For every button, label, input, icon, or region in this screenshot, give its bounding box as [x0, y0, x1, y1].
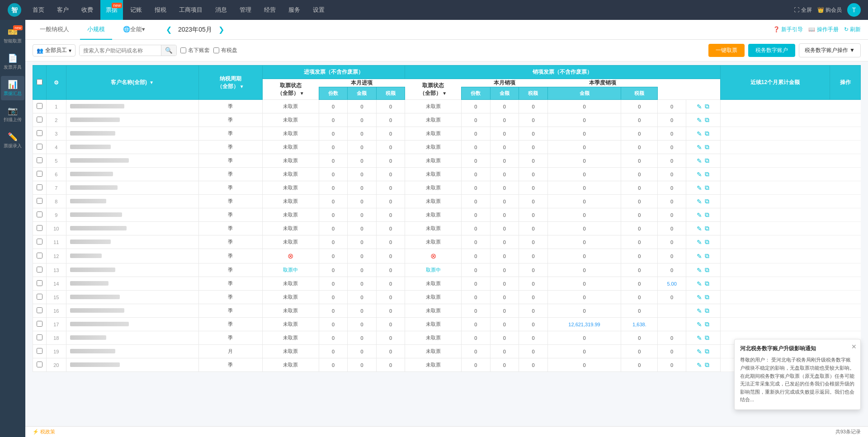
- fullscreen-btn[interactable]: ⛶ 全屏: [794, 6, 811, 14]
- notification-close-btn[interactable]: ✕: [851, 343, 857, 350]
- tab-small-scale[interactable]: 小规模: [80, 20, 112, 40]
- row-checkbox[interactable]: [37, 334, 42, 340]
- edit-action-btn[interactable]: ✎: [697, 184, 702, 192]
- tab-all-capable[interactable]: 🌐 全能 ▾: [116, 20, 152, 40]
- row-checkbox[interactable]: [37, 239, 42, 244]
- select-all-checkbox[interactable]: [37, 79, 42, 85]
- copy-action-btn[interactable]: ⧉: [705, 334, 709, 342]
- nav-operation[interactable]: 经营: [259, 0, 281, 20]
- nav-accounting[interactable]: 记账: [125, 0, 147, 20]
- row-checkbox[interactable]: [37, 144, 42, 150]
- tax-digital-account-btn[interactable]: 税务数字账户: [748, 44, 795, 57]
- row-checkbox[interactable]: [37, 117, 42, 122]
- copy-action-btn[interactable]: ⧉: [705, 143, 709, 151]
- edit-action-btn[interactable]: ✎: [697, 144, 702, 151]
- copy-action-btn[interactable]: ⧉: [705, 361, 709, 369]
- tab-general-taxpayer[interactable]: 一般纳税人: [33, 20, 76, 40]
- edit-action-btn[interactable]: ✎: [697, 130, 702, 137]
- edit-action-btn[interactable]: ✎: [697, 334, 702, 342]
- edit-action-btn[interactable]: ✎: [697, 348, 702, 355]
- row-checkbox[interactable]: [37, 321, 42, 327]
- row-checkbox[interactable]: [37, 184, 42, 190]
- nav-settings[interactable]: 设置: [307, 0, 330, 20]
- prev-period-btn[interactable]: ❮: [163, 24, 175, 35]
- copy-action-btn[interactable]: ⧉: [705, 225, 709, 232]
- row-checkbox[interactable]: [37, 348, 42, 354]
- edit-action-btn[interactable]: ✎: [697, 157, 702, 164]
- header-client-name[interactable]: 客户名称(全部) ▼: [66, 66, 198, 100]
- copy-action-btn[interactable]: ⧉: [705, 184, 709, 192]
- search-button[interactable]: 🔍: [161, 45, 176, 56]
- row-checkbox[interactable]: [37, 130, 42, 136]
- copy-action-btn[interactable]: ⧉: [705, 211, 709, 219]
- under-account-checkbox[interactable]: [180, 47, 186, 53]
- edit-action-btn[interactable]: ✎: [697, 211, 702, 219]
- edit-action-btn[interactable]: ✎: [697, 294, 702, 301]
- employee-select[interactable]: 👥 全部员工 ▾: [33, 44, 75, 56]
- nav-business[interactable]: 工商项目: [174, 0, 208, 20]
- edit-action-btn[interactable]: ✎: [697, 321, 702, 328]
- copy-action-btn[interactable]: ⧉: [705, 280, 709, 287]
- copy-action-btn[interactable]: ⧉: [705, 130, 709, 137]
- sidebar-item-scan-upload[interactable]: 📷 扫描上传: [1, 102, 24, 127]
- edit-action-btn[interactable]: ✎: [697, 362, 702, 369]
- nav-fee[interactable]: 收费: [76, 0, 99, 20]
- tax-digital-operations-btn[interactable]: 税务数字账户操作 ▼: [799, 43, 861, 57]
- nav-tax[interactable]: 报税: [149, 0, 172, 20]
- edit-action-btn[interactable]: ✎: [697, 198, 702, 205]
- has-tax-disk-filter[interactable]: 有税盘: [213, 47, 237, 54]
- copy-action-btn[interactable]: ⧉: [705, 252, 709, 260]
- refresh-btn[interactable]: ↻ 刷新: [844, 26, 861, 33]
- row-checkbox[interactable]: [37, 211, 42, 217]
- sidebar-item-invoice-entry[interactable]: ✏️ 票据录入: [1, 128, 24, 153]
- edit-action-btn[interactable]: ✎: [697, 103, 702, 110]
- row-checkbox[interactable]: [37, 307, 42, 313]
- sidebar-item-invoice-summary[interactable]: 📊 票据汇总: [1, 76, 24, 100]
- edit-action-btn[interactable]: ✎: [697, 225, 702, 232]
- header-input-status[interactable]: 取票状态（全部）▼: [262, 79, 319, 100]
- tax-policy-link[interactable]: ⚡ 税政策: [33, 428, 55, 435]
- nav-service[interactable]: 服务: [283, 0, 306, 20]
- row-checkbox[interactable]: [37, 253, 42, 258]
- row-checkbox[interactable]: [37, 362, 42, 367]
- row-checkbox[interactable]: [37, 171, 42, 177]
- copy-action-btn[interactable]: ⧉: [705, 103, 709, 110]
- sidebar-item-smart-ticket[interactable]: new 🎫 智能取票: [1, 23, 24, 48]
- header-output-status[interactable]: 取票状态（全部）▼: [405, 79, 462, 100]
- copy-action-btn[interactable]: ⧉: [705, 348, 709, 355]
- edit-action-btn[interactable]: ✎: [697, 253, 702, 260]
- nav-manage[interactable]: 管理: [234, 0, 257, 20]
- edit-action-btn[interactable]: ✎: [697, 280, 702, 287]
- row-checkbox[interactable]: [37, 103, 42, 109]
- copy-action-btn[interactable]: ⧉: [705, 266, 709, 274]
- sidebar-item-invoice-open[interactable]: 📄 发票开具: [1, 50, 24, 74]
- copy-action-btn[interactable]: ⧉: [705, 320, 709, 328]
- copy-action-btn[interactable]: ⧉: [705, 293, 709, 301]
- copy-action-btn[interactable]: ⧉: [705, 307, 709, 315]
- copy-action-btn[interactable]: ⧉: [705, 238, 709, 246]
- copy-action-btn[interactable]: ⧉: [705, 170, 709, 178]
- copy-action-btn[interactable]: ⧉: [705, 197, 709, 205]
- copy-action-btn[interactable]: ⧉: [705, 116, 709, 124]
- header-tax-period[interactable]: 纳税周期（全部）▼: [198, 66, 262, 100]
- nav-message[interactable]: 消息: [210, 0, 232, 20]
- row-checkbox[interactable]: [37, 267, 42, 273]
- nav-home[interactable]: 首页: [27, 0, 50, 20]
- under-account-filter[interactable]: 名下账套: [180, 47, 210, 54]
- edit-action-btn[interactable]: ✎: [697, 307, 702, 315]
- edit-action-btn[interactable]: ✎: [697, 239, 702, 246]
- new-guide-link[interactable]: ❓ 新手引导: [773, 26, 803, 33]
- one-click-ticket-btn[interactable]: 一键取票: [708, 44, 745, 57]
- manual-link[interactable]: 📖 操作手册: [808, 26, 838, 33]
- search-input[interactable]: [80, 46, 161, 56]
- edit-action-btn[interactable]: ✎: [697, 267, 702, 274]
- next-period-btn[interactable]: ❯: [216, 24, 227, 35]
- row-checkbox[interactable]: [37, 280, 42, 286]
- member-btn[interactable]: 👑 购会员: [817, 6, 842, 14]
- row-checkbox[interactable]: [37, 225, 42, 231]
- copy-action-btn[interactable]: ⧉: [705, 157, 709, 164]
- edit-action-btn[interactable]: ✎: [697, 117, 702, 124]
- row-checkbox[interactable]: [37, 294, 42, 300]
- user-avatar[interactable]: T: [847, 3, 861, 17]
- nav-client[interactable]: 客户: [52, 0, 74, 20]
